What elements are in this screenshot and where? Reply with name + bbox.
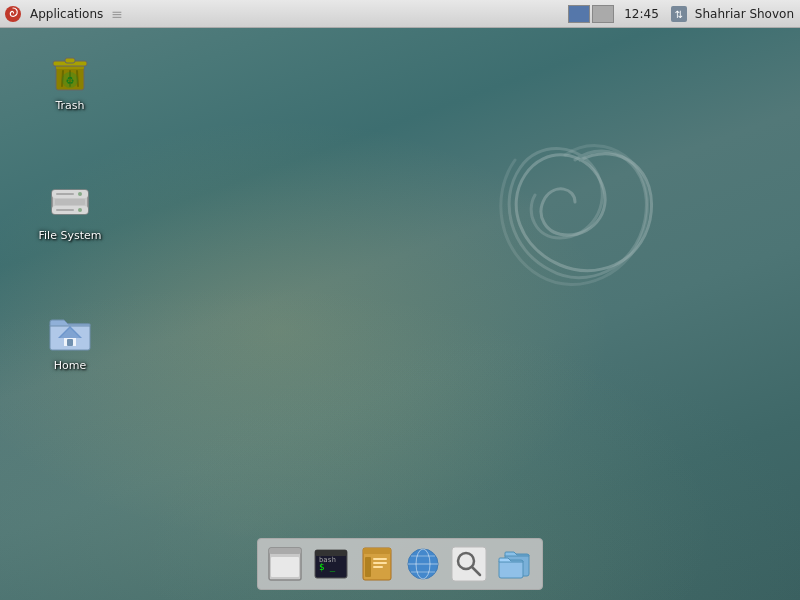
debian-swirl-logo [420,80,700,400]
desktop-icon-trash[interactable]: ♻ Trash [30,48,110,113]
svg-rect-36 [373,566,383,568]
dock-search[interactable] [448,543,490,585]
taskbar-right: 12:45 ⇅ Shahriar Shovon [568,4,800,24]
svg-rect-33 [365,557,371,577]
dock-files[interactable] [494,543,536,585]
svg-text:⇅: ⇅ [675,9,683,20]
desktop: Applications ≡ 12:45 ⇅ Shahriar Shovon [0,0,800,600]
svg-point-17 [78,192,82,196]
dock-browser[interactable] [402,543,444,585]
clock-display: 12:45 [620,7,663,21]
dock-notes[interactable] [356,543,398,585]
svg-rect-43 [452,547,486,581]
taskbar-top: Applications ≡ 12:45 ⇅ Shahriar Shovon [0,0,800,28]
svg-rect-19 [55,199,85,205]
svg-rect-6 [65,58,75,63]
trash-label: Trash [30,98,110,113]
desktop-icon-filesystem[interactable]: File System [30,178,110,243]
svg-rect-23 [67,339,73,346]
applications-menu[interactable]: Applications [26,5,107,23]
home-label: Home [30,358,110,373]
svg-rect-34 [373,558,387,560]
dock: $ _ bash [257,538,543,590]
taskbar-left: Applications ≡ [0,5,123,23]
svg-text:bash: bash [319,556,336,564]
svg-rect-47 [499,560,523,578]
debian-logo-icon [4,5,22,23]
svg-rect-35 [373,562,387,564]
dock-terminal[interactable]: $ _ bash [310,543,352,585]
svg-text:♻: ♻ [66,75,75,86]
svg-rect-32 [363,548,391,554]
trash-icon: ♻ [46,48,94,96]
home-icon [46,308,94,356]
workspace-2[interactable] [592,5,614,23]
svg-rect-16 [56,209,74,211]
filesystem-icon [46,178,94,226]
workspace-1[interactable] [568,5,590,23]
filesystem-label: File System [30,228,110,243]
svg-rect-15 [56,193,74,195]
user-name-label: Shahriar Shovon [695,7,794,21]
svg-point-18 [78,208,82,212]
svg-rect-25 [269,548,301,554]
dock-show-desktop[interactable] [264,543,306,585]
workspace-switcher [568,5,614,23]
taskbar-menu-icon: ≡ [111,6,123,22]
svg-rect-26 [271,557,299,577]
network-icon: ⇅ [669,4,689,24]
desktop-icon-home[interactable]: Home [30,308,110,373]
